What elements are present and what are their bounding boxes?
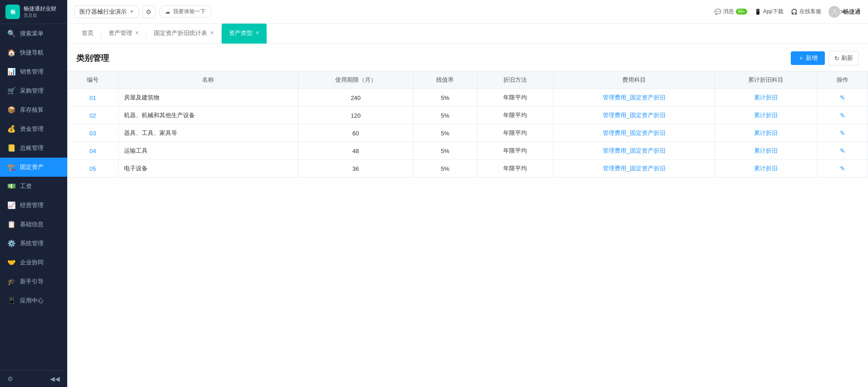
app-download-action[interactable]: 📱 App下载 [754, 8, 784, 15]
sidebar-item-label: 快捷导航 [20, 49, 44, 57]
sidebar-item-finance[interactable]: 💰 资金管理 [0, 119, 67, 139]
gear-icon: ⚙️ [7, 239, 15, 248]
experience-button[interactable]: ☁ 我要体验一下 [159, 5, 212, 18]
sidebar-item-inventory[interactable]: 📦 库存核算 [0, 100, 67, 119]
logo-text: 畅捷通好业财 [24, 5, 56, 13]
cell-depreciation-method: 年限平均 [477, 142, 553, 160]
ledger-icon: 📒 [7, 144, 15, 152]
sidebar-item-system[interactable]: ⚙️ 系统管理 [0, 234, 67, 253]
close-window-button[interactable]: ✕ [835, 5, 850, 19]
sidebar-item-quicknav[interactable]: 🏠 快捷导航 [0, 43, 67, 62]
sidebar-item-label: 新手引导 [20, 278, 44, 286]
sidebar-item-label: 工资 [20, 182, 32, 190]
edit-icon[interactable]: ✎ [840, 94, 845, 101]
sidebar-item-label: 经营管理 [20, 201, 44, 209]
col-header-expense: 费用科目 [553, 71, 714, 89]
company-name: 医疗器械行业演示 [79, 8, 127, 16]
tab-depreciation-close[interactable]: ✕ [210, 30, 214, 36]
customer-service-label: 在线客服 [799, 8, 821, 15]
cell-id: 05 [68, 160, 119, 178]
edit-icon[interactable]: ✎ [840, 147, 845, 154]
sidebar-item-ledger[interactable]: 📒 总账管理 [0, 139, 67, 158]
cell-residual-rate: 5% [413, 124, 477, 142]
cell-action[interactable]: ✎ [817, 142, 868, 160]
sidebar-item-sales[interactable]: 📊 销售管理 [0, 62, 67, 81]
sidebar-item-label: 基础信息 [20, 220, 44, 228]
cell-id: 02 [68, 107, 119, 124]
company-selector[interactable]: 医疗器械行业演示 ▼ [74, 5, 139, 18]
collapse-icon[interactable]: ◀◀ [50, 375, 60, 382]
cell-action[interactable]: ✎ [817, 124, 868, 142]
payroll-icon: 💵 [7, 182, 15, 190]
col-header-depreciation: 折旧方法 [477, 71, 553, 89]
cell-action[interactable]: ✎ [817, 89, 868, 107]
cell-depreciation-method: 年限平均 [477, 107, 553, 124]
edit-icon[interactable]: ✎ [840, 129, 845, 137]
table-row: 05 电子设备 36 5% 年限平均 管理费用_固定资产折旧 累计折旧 ✎ [68, 160, 868, 178]
sidebar-item-fixed-assets[interactable]: 🏗️ 固定资产 [0, 158, 67, 177]
sidebar: 畅 畅捷通好业财 普及版 🔍 搜索菜单 🏠 快捷导航 📊 销售管理 🛒 采购管理… [0, 0, 67, 387]
sidebar-item-guide[interactable]: 🎓 新手引导 [0, 272, 67, 291]
sidebar-item-purchase[interactable]: 🛒 采购管理 [0, 81, 67, 100]
cell-id: 03 [68, 124, 119, 142]
cell-period: 240 [298, 89, 413, 107]
cell-accumulated-subject: 累计折旧 [714, 124, 817, 142]
tab-asset-mgmt[interactable]: 资产管理 ✕ [101, 24, 146, 44]
cell-period: 60 [298, 124, 413, 142]
sidebar-item-search[interactable]: 🔍 搜索菜单 [0, 24, 67, 43]
tab-depreciation-report[interactable]: 固定资产折旧统计表 ✕ [147, 24, 221, 44]
sidebar-item-payroll[interactable]: 💵 工资 [0, 177, 67, 196]
edit-icon[interactable]: ✎ [840, 112, 845, 119]
sidebar-item-cooperation[interactable]: 🤝 企业协同 [0, 253, 67, 272]
cell-period: 36 [298, 160, 413, 178]
tab-home-label: 首页 [82, 29, 94, 37]
content-area: 类别管理 ＋ 新增 ↻ 刷新 编号 名称 使用期限（月） 残值率 [67, 44, 868, 387]
new-button[interactable]: ＋ 新增 [791, 51, 825, 65]
sidebar-item-basic-info[interactable]: 📋 基础信息 [0, 215, 67, 234]
maximize-icon: ⤢ [854, 8, 860, 15]
tab-home[interactable]: 首页 [74, 24, 101, 44]
topbar-left: 医疗器械行业演示 ▼ ⚙ ☁ 我要体验一下 [74, 5, 709, 18]
sidebar-item-app-center[interactable]: 📱 应用中心 [0, 291, 67, 310]
sidebar-item-label: 总账管理 [20, 144, 44, 152]
col-header-period: 使用期限（月） [298, 71, 413, 89]
tab-depreciation-label: 固定资产折旧统计表 [154, 29, 207, 37]
col-header-action: 操作 [817, 71, 868, 89]
topbar: 医疗器械行业演示 ▼ ⚙ ☁ 我要体验一下 💬 消息 99+ 📱 App下载 🎧… [67, 0, 868, 24]
cell-accumulated-subject: 累计折旧 [714, 142, 817, 160]
table-row: 03 器具、工具、家具等 60 5% 年限平均 管理费用_固定资产折旧 累计折旧… [68, 124, 868, 142]
tabbar: 首页 资产管理 ✕ 固定资产折旧统计表 ✕ 资产类型 ✕ [67, 24, 868, 44]
cell-id: 01 [68, 89, 119, 107]
cell-name: 器具、工具、家具等 [118, 124, 298, 142]
customer-service-action[interactable]: 🎧 在线客服 [791, 8, 821, 15]
cell-period: 120 [298, 107, 413, 124]
info-icon: 📋 [7, 220, 15, 228]
refresh-button[interactable]: ↻ 刷新 [828, 51, 859, 65]
tab-asset-type-close[interactable]: ✕ [255, 30, 259, 36]
sidebar-item-operations[interactable]: 📈 经营管理 [0, 196, 67, 215]
tab-asset-type[interactable]: 资产类型 ✕ [222, 24, 267, 44]
cell-name: 房屋及建筑物 [118, 89, 298, 107]
plus-icon: ＋ [798, 54, 804, 62]
cell-residual-rate: 5% [413, 160, 477, 178]
sidebar-item-label: 固定资产 [20, 163, 44, 171]
cell-action[interactable]: ✎ [817, 160, 868, 178]
money-icon: 💰 [7, 125, 15, 133]
cell-depreciation-method: 年限平均 [477, 160, 553, 178]
edit-icon[interactable]: ✎ [840, 165, 845, 172]
cell-accumulated-subject: 累计折旧 [714, 89, 817, 107]
col-header-id: 编号 [68, 71, 119, 89]
cell-name: 电子设备 [118, 160, 298, 178]
company-settings-button[interactable]: ⚙ [143, 5, 155, 18]
cart-icon: 🛒 [7, 87, 15, 95]
cell-action[interactable]: ✎ [817, 107, 868, 124]
messages-action[interactable]: 💬 消息 99+ [714, 8, 747, 15]
cell-period: 48 [298, 142, 413, 160]
tab-asset-mgmt-close[interactable]: ✕ [135, 30, 139, 36]
header-actions: ＋ 新增 ↻ 刷新 [791, 51, 859, 65]
settings-bottom-icon[interactable]: ⚙ [7, 375, 13, 382]
logo-icon: 畅 [5, 5, 20, 19]
cell-accumulated-subject: 累计折旧 [714, 107, 817, 124]
search-icon: 🔍 [7, 30, 15, 38]
maximize-window-button[interactable]: ⤢ [850, 5, 864, 19]
